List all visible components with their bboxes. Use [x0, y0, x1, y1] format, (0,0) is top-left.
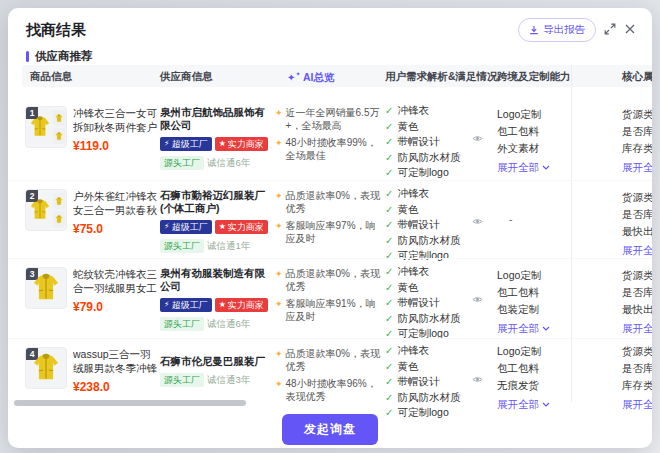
demand-item: 防风防水材质 — [397, 233, 460, 249]
export-report-button[interactable]: 导出报告 — [518, 18, 596, 42]
check-icon — [385, 119, 393, 135]
capability-item: 包工包料 — [497, 360, 569, 377]
expand-all-link[interactable]: 展开全部 — [622, 320, 652, 337]
check-icon — [385, 165, 393, 181]
demand-item: 带帽设计 — [397, 295, 439, 311]
product-image[interactable]: 1 — [25, 106, 67, 148]
supplier-name[interactable]: 石狮市伦尼曼巴服装厂 — [160, 355, 272, 368]
check-icon — [385, 311, 393, 327]
core-attr-item: 是否库存 — [622, 284, 652, 301]
product-title[interactable]: 户外朱雀红冲锋衣女三合一男款春秋季旅游登山.. — [73, 189, 159, 217]
product-price: ¥119.0 — [73, 139, 159, 153]
core-attr-item: 货源类型 — [622, 106, 652, 123]
supplier-name[interactable]: 泉州有劲服装制造有限公司 — [160, 267, 272, 293]
core-attr-item: 货源类型 — [622, 267, 652, 284]
check-icon — [385, 359, 393, 375]
expand-icon[interactable] — [604, 23, 616, 35]
ai-insight: 品质退款率0%，表现优秀 — [286, 189, 380, 215]
core-attr-item: 库存类型 — [622, 140, 652, 157]
check-icon — [385, 264, 393, 280]
core-attr-item: 是否库存 — [622, 206, 652, 223]
capability-empty-dash: - — [497, 211, 569, 228]
product-price: ¥238.0 — [73, 380, 159, 394]
section-supplier-recommendation: 供应商推荐 — [26, 49, 93, 64]
sparkle-icon — [275, 106, 283, 132]
super-factory-badge: 超级工厂 — [160, 220, 212, 234]
column-header-product: 商品信息 — [30, 70, 72, 84]
chevron-down-icon — [542, 165, 550, 170]
ai-insight: 48小时揽收率96%，表现优秀 — [286, 377, 380, 403]
demand-item: 防风防水材质 — [397, 150, 460, 166]
product-title[interactable]: 冲锋衣三合一女可拆卸秋冬两件套户外风衣外套.. — [73, 106, 159, 134]
sparkle-icon — [287, 71, 300, 83]
demand-item: 黄色 — [397, 280, 418, 296]
demand-item: 带帽设计 — [397, 134, 439, 150]
capability-item: Logo定制 — [497, 267, 569, 284]
close-icon[interactable] — [624, 23, 636, 35]
section-accent-bar — [26, 51, 29, 62]
demand-item: 冲锋衣 — [397, 343, 429, 359]
product-title[interactable]: wassup三合一羽绒服男款冬季冲锋衣情侣防水.. — [73, 347, 159, 375]
rank-badge: 1 — [26, 107, 38, 119]
demand-item: 带帽设计 — [397, 217, 439, 233]
sparkle-icon — [275, 347, 283, 373]
sparkle-icon — [275, 219, 283, 245]
check-icon — [385, 134, 393, 150]
check-icon — [385, 150, 393, 166]
expand-all-link[interactable]: 展开全部 — [497, 320, 550, 337]
table-row: 2 户外朱雀红冲锋衣女三合一男款春秋季旅游登山.. ¥75.0 石狮市勤裕迈幻服… — [8, 180, 652, 258]
horizontal-scrollbar-thumb[interactable] — [14, 400, 246, 406]
sparkle-icon — [275, 136, 283, 162]
product-thumbnails — [53, 107, 65, 147]
trust-years-badge: 诚信通1年 — [207, 240, 250, 253]
power-merchant-badge: 实力商家 — [215, 220, 268, 234]
download-icon — [529, 25, 539, 35]
expand-all-link[interactable]: 展开全部 — [622, 242, 652, 259]
demand-item: 冲锋衣 — [397, 186, 429, 202]
product-thumbnails — [53, 190, 65, 230]
supplier-name[interactable]: 泉州市启航饰品服饰有限公司 — [160, 106, 272, 132]
expand-all-link[interactable]: 展开全部 — [622, 159, 652, 176]
chevron-down-icon — [542, 402, 550, 407]
supplier-name[interactable]: 石狮市勤裕迈幻服装厂(个体工商户) — [160, 189, 272, 215]
expand-all-link[interactable]: 展开全部 — [497, 396, 550, 413]
column-header-cross-border: 跨境及定制能力 — [497, 70, 571, 84]
eye-icon[interactable] — [472, 295, 483, 304]
product-image[interactable]: 3 — [25, 267, 67, 309]
core-attr-item: 货源类型 — [622, 189, 652, 206]
check-icon — [385, 343, 393, 359]
product-price: ¥75.0 — [73, 222, 159, 236]
eye-icon[interactable] — [472, 217, 483, 226]
check-icon — [385, 202, 393, 218]
product-image[interactable]: 2 — [25, 189, 67, 231]
demand-item: 防风防水材质 — [397, 390, 460, 406]
capability-item: 无痕发货 — [497, 377, 569, 394]
source-factory-badge: 源头工厂 — [160, 317, 204, 331]
eye-icon[interactable] — [472, 375, 483, 384]
capability-item: 包装定制 — [497, 301, 569, 318]
check-icon — [385, 295, 393, 311]
rank-badge: 4 — [26, 348, 38, 360]
core-attr-item: 货源类型 — [622, 343, 652, 360]
rank-badge: 2 — [26, 190, 38, 202]
table-row: 3 蛇纹软壳冲锋衣三合一羽绒服男女工装外套防风.. ¥79.0 泉州有劲服装制造… — [8, 258, 652, 338]
demand-item: 可定制logo — [397, 165, 448, 181]
eye-icon[interactable] — [472, 134, 483, 143]
product-image[interactable]: 4 — [25, 347, 67, 389]
product-title[interactable]: 蛇纹软壳冲锋衣三合一羽绒服男女工装外套防风.. — [73, 267, 159, 295]
sparkle-icon — [275, 267, 283, 293]
trust-years-badge: 诚信通6年 — [207, 157, 250, 170]
table-row: 1 冲锋衣三合一女可拆卸秋冬两件套户外风衣外套.. ¥119.0 泉州市启航饰品… — [8, 98, 652, 180]
ai-insight: 48小时揽收率99%，全场最佳 — [286, 136, 380, 162]
check-icon — [385, 186, 393, 202]
expand-all-link[interactable]: 展开全部 — [497, 159, 550, 176]
source-factory-badge: 源头工厂 — [160, 156, 204, 170]
demand-item: 黄色 — [397, 119, 418, 135]
demand-item: 冲锋衣 — [397, 103, 429, 119]
check-icon — [385, 390, 393, 406]
core-attr-item: 最快出货 — [622, 301, 652, 318]
capability-item: Logo定制 — [497, 343, 569, 360]
initiate-inquiry-button[interactable]: 发起询盘 — [282, 414, 378, 445]
demand-item: 防风防水材质 — [397, 311, 460, 327]
expand-all-link[interactable]: 展开全部 — [622, 396, 652, 413]
